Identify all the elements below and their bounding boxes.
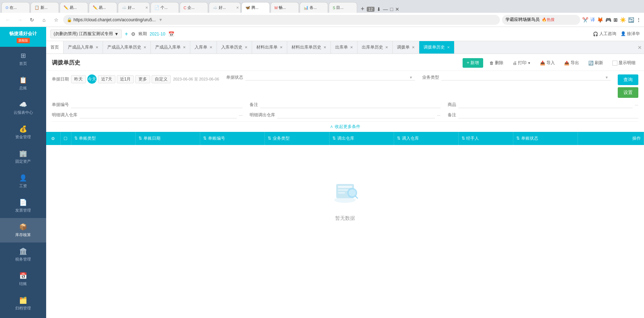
date-more-btn[interactable]: 更多 (135, 75, 150, 83)
new-tab-btn[interactable]: + (361, 5, 365, 13)
bookmark-btn[interactable]: ☆ (51, 15, 61, 25)
tab-5-close[interactable]: ✕ (245, 45, 247, 49)
browser-tab-3[interactable]: ✏️ 易... (60, 2, 88, 13)
address-bar[interactable]: 🔒 https://cloud.chanjet.com/accounting/u… (63, 15, 500, 25)
tab-6-close[interactable]: ✕ (280, 45, 283, 49)
th-checkbox[interactable]: ☐ (60, 132, 71, 145)
browser-tab-12[interactable]: S 目... (329, 2, 357, 13)
tab-11[interactable]: 调拨单历史 ✕ (419, 41, 454, 54)
docno-input[interactable] (71, 101, 242, 108)
th-biz[interactable]: ⇅ 业务类型 (265, 132, 329, 145)
tab-10[interactable]: 调拨单 ✕ (393, 41, 419, 54)
goods-ellipsis-btn[interactable]: ··· (635, 102, 638, 107)
collapse-btn[interactable]: ∧ 收起更多条件 (52, 121, 638, 132)
browser-maximize-icon[interactable]: □ (390, 6, 393, 12)
import-btn[interactable]: 📥 导入 (537, 58, 558, 67)
browser-tab-9[interactable]: 🦋 腾... (241, 2, 270, 13)
tab-10-close[interactable]: ✕ (412, 45, 415, 49)
tab-1-close[interactable]: ✕ (95, 45, 98, 49)
remark-input[interactable] (260, 101, 440, 108)
tab-4-close[interactable]: ✕ (209, 45, 212, 49)
browser-tab-2[interactable]: 📋 新... (31, 2, 59, 13)
tab-7-close[interactable]: ✕ (323, 45, 326, 49)
sidebar-item-payroll[interactable]: 👤 工资 (0, 169, 46, 194)
company-select[interactable]: (勿删勿禁用) 江西服宝测试专用 ▼ (50, 29, 122, 38)
sidebar-item-tax[interactable]: 🏛️ 税务管理 (0, 242, 46, 267)
th-settings[interactable]: ⚙ (46, 132, 60, 145)
sidebar-item-archive[interactable]: 🗂️ 归档管理 (0, 291, 46, 316)
note-input[interactable] (458, 112, 638, 118)
extension3-icon[interactable]: ⊞ (613, 17, 618, 23)
home-btn[interactable]: ⌂ (39, 15, 49, 25)
extension1-icon[interactable]: 🦊 (597, 17, 603, 23)
browser-tab-11[interactable]: 📊 各... (300, 2, 328, 13)
sidebar-item-settings[interactable]: ⚙️ 基础设置 (0, 316, 46, 318)
th-out-warehouse[interactable]: ⇅ 调出仓库 (329, 132, 394, 145)
tab-8[interactable]: 出库单 ✕ (331, 41, 358, 54)
tab-5[interactable]: 入库单历史 ✕ (217, 41, 252, 54)
out-warehouse-ellipsis[interactable]: ··· (437, 113, 441, 118)
tab-7[interactable]: 材料出库单历史 ✕ (287, 41, 331, 54)
tab-3[interactable]: 产成品入库单 ✕ (151, 41, 190, 54)
th-handler[interactable]: ⇅ 经手人 (459, 132, 513, 145)
add-company-btn[interactable]: + (125, 31, 128, 37)
goods-input[interactable] (458, 101, 633, 108)
scissors-icon[interactable]: ✂️ (582, 17, 588, 23)
tab-home[interactable]: 首页 (46, 41, 64, 54)
biz-type-select[interactable]: ▼ (441, 75, 611, 80)
settings-gear-icon[interactable]: ⚙ (131, 31, 136, 37)
refresh-btn[interactable]: ↻ (27, 15, 37, 25)
browser-close-icon[interactable]: ✕ (395, 6, 399, 12)
tab-11-close[interactable]: ✕ (447, 45, 450, 49)
refresh-btn[interactable]: 🔄 刷新 (585, 58, 606, 67)
tab8-close[interactable]: ✕ (236, 6, 239, 10)
export-btn[interactable]: 📤 导出 (561, 58, 582, 67)
status-select[interactable]: ▼ (245, 75, 415, 80)
service-btn[interactable]: 🎧 人工咨询 (593, 31, 616, 37)
sidebar-item-fund[interactable]: 💰 资金管理 (0, 120, 46, 145)
browser-tab-7[interactable]: C 企... (180, 2, 208, 13)
history-back-icon[interactable]: ↩️ (628, 17, 634, 23)
tab-2-close[interactable]: ✕ (143, 45, 146, 49)
sidebar-item-ledger[interactable]: 📋 总账 (0, 71, 46, 96)
browser-tab-8[interactable]: ☁️ 好... ✕ (209, 2, 241, 13)
in-warehouse-ellipsis[interactable]: ··· (239, 113, 242, 118)
browser-minimize-icon[interactable]: — (383, 6, 388, 12)
tab-4[interactable]: 入库单 ✕ (190, 41, 217, 54)
date-custom-btn[interactable]: 自定义 (152, 75, 171, 83)
close-all-tabs-icon[interactable]: ✕ (638, 45, 642, 50)
out-warehouse-input[interactable] (277, 112, 435, 118)
tab-9[interactable]: 出库单历史 ✕ (358, 41, 393, 54)
th-in-warehouse[interactable]: ⇅ 调入仓库 (394, 132, 459, 145)
query-btn[interactable]: 查询 (618, 74, 638, 85)
sidebar-item-close[interactable]: 📅 结账 (0, 267, 46, 291)
back-btn[interactable]: ← (3, 15, 13, 25)
tab-6[interactable]: 材料出库单 ✕ (252, 41, 287, 54)
sidebar-item-inventory[interactable]: 📦 库存核算 (0, 218, 46, 242)
browser-tab-6[interactable]: 📄 个... (151, 2, 179, 13)
date-today-btn[interactable]: 今天 (87, 74, 97, 84)
th-type[interactable]: ⇅ 单账类型 (71, 132, 136, 145)
browser-downloads-icon[interactable]: ⬇ (377, 6, 381, 12)
browser-tab-4[interactable]: ✏️ 易... (89, 2, 117, 13)
in-warehouse-input[interactable] (80, 112, 237, 118)
th-date[interactable]: ⇅ 单账日期 (136, 132, 200, 145)
new-btn[interactable]: + 新增 (463, 58, 483, 68)
date-1month-btn[interactable]: 近1月 (117, 75, 134, 83)
browser-tab-10[interactable]: M 畅... (271, 2, 299, 13)
browser-tab-1[interactable]: ⊙ 在... (1, 2, 30, 13)
avatar[interactable]: 👤 徐泽华 (621, 31, 640, 37)
th-no[interactable]: ⇅ 单账编号 (200, 132, 265, 145)
tab-8-close[interactable]: ✕ (350, 45, 353, 49)
sidebar-item-home[interactable]: ⊞ 首页 (0, 47, 46, 71)
delete-btn[interactable]: 🗑 删除 (487, 58, 506, 67)
th-status[interactable]: ⇅ 单账状态 (513, 132, 578, 145)
sidebar-item-assets[interactable]: 🏢 固定资产 (0, 145, 46, 169)
extension2-icon[interactable]: 🎮 (605, 17, 611, 23)
tab-1[interactable]: 产成品入库单 ✕ (64, 41, 103, 54)
sidebar-item-invoice[interactable]: 📄 发票管理 (0, 194, 46, 218)
date-yesterday-btn[interactable]: 昨天 (71, 75, 86, 83)
sidebar-item-report[interactable]: ☁️ 云报表中心 (0, 96, 46, 120)
calendar-icon[interactable]: 📅 (168, 31, 174, 37)
period-value[interactable]: 2021-10 (150, 32, 165, 37)
